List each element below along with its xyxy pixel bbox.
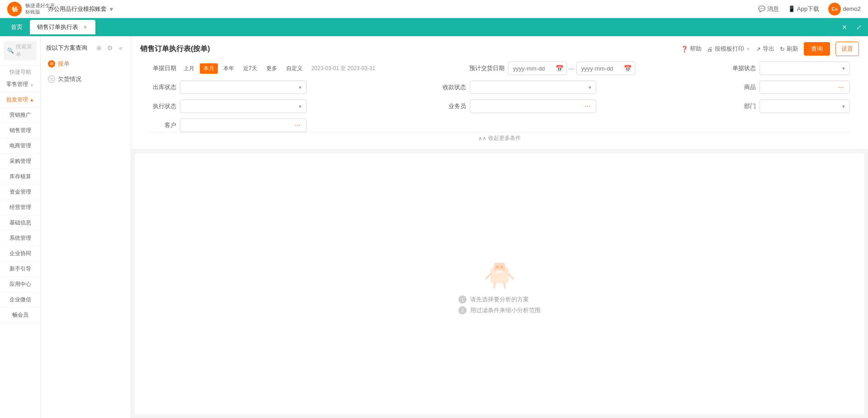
ship-status-select[interactable]: ▼ — [180, 81, 307, 94]
date-tab-last-month[interactable]: 上月 — [180, 63, 198, 74]
date-end-input[interactable] — [576, 62, 635, 75]
salesman-label: 业务员 — [439, 102, 466, 110]
sidebar-item-wholesale[interactable]: 批发管理 ▲ — [0, 92, 40, 107]
product-select[interactable]: ··· — [760, 81, 850, 94]
plan-item-按单[interactable]: 单 按单 — [41, 56, 131, 71]
tab-close-all-icon[interactable]: ✕ — [839, 22, 850, 33]
plan-item-欠货情况[interactable]: 欠 欠货情况 — [41, 71, 131, 87]
receive-status-select[interactable]: ▼ — [470, 81, 596, 94]
breadcrumb: 办公用品行业模拟账套 ▼ — [41, 0, 122, 18]
page-header: 销售订单执行表(按单) ❓ 帮助 🖨 按模板打印 ▼ — [131, 36, 868, 150]
collapse-panel-button[interactable]: « — [116, 43, 125, 52]
sidebar-item-inventory[interactable]: 库存核算 — [0, 169, 40, 185]
refresh-button[interactable]: ↻ 刷新 — [780, 45, 798, 53]
date-start-input[interactable] — [508, 62, 567, 75]
sidebar-item-enterprise[interactable]: 企业协同 — [0, 246, 40, 261]
exec-status-label: 执行状态 — [149, 102, 176, 110]
tab-close-icon[interactable]: ✕ — [82, 24, 88, 30]
tab-home[interactable]: 首页 — [4, 20, 30, 34]
customer-dots-icon[interactable]: ··· — [293, 121, 302, 129]
empty-hints: 1 请先选择要分析的方案 2 用过滤条件来缩小分析范围 — [458, 295, 541, 314]
date-end-wrap: 📅 — [576, 62, 635, 75]
refresh-icon: ↻ — [780, 46, 785, 52]
filter-group-salesman: 业务员 ··· — [439, 100, 596, 113]
header-right: 💬 消息 📱 App下载 Ea demo2 — [758, 3, 861, 15]
top-header: 畅 畅捷通好生意 标账版 办公用品行业模拟账套 ▼ 💬 消息 📱 App下载 E… — [0, 0, 868, 18]
date-range-text: 2023-03-01 至 2023-03-31 — [311, 65, 375, 72]
tab-sales-order[interactable]: 销售订单执行表 ✕ — [30, 20, 95, 34]
breadcrumb-dropdown[interactable]: ▼ — [108, 6, 114, 13]
sidebar: 🔍 搜索菜单 快捷导航 零售管理 ▲ 批发管理 ▲ 营销推广 销售管理 电商管理 — [0, 36, 41, 418]
salesman-select[interactable]: ··· — [470, 100, 596, 113]
exec-status-select[interactable]: ▼ — [180, 100, 307, 113]
message-button[interactable]: 💬 消息 — [758, 5, 779, 13]
product-dots-icon[interactable]: ··· — [836, 83, 846, 91]
sidebar-item-basic[interactable]: 基础信息 — [0, 215, 40, 231]
sidebar-item-finance[interactable]: 资金管理 — [0, 185, 40, 200]
content-area: 按以下方案查询 ⊕ ⚙ « 单 按单 — [41, 36, 868, 418]
date-start-wrap: 📅 — [508, 62, 567, 75]
main-layout: 🔍 搜索菜单 快捷导航 零售管理 ▲ 批发管理 ▲ 营销推广 销售管理 电商管理 — [0, 36, 868, 418]
date-tab-last7[interactable]: 近7天 — [240, 63, 261, 74]
quick-nav-label: 快捷导航 — [0, 66, 40, 77]
sidebar-item-wechat[interactable]: 企业微信 — [0, 292, 40, 308]
sidebar-item-guide[interactable]: 新手引导 — [0, 261, 40, 277]
template-print-button[interactable]: 🖨 按模板打印 ▼ — [707, 45, 750, 53]
customer-select[interactable]: ··· — [180, 119, 307, 132]
collapse-more-button[interactable]: ∧∧ 收起更多条件 — [149, 132, 850, 144]
date-tabs: 上月 本月 本年 近7天 更多 自定义 — [180, 63, 306, 74]
tab-bar: 首页 销售订单执行表 ✕ ✕ ⤢ — [0, 18, 868, 36]
left-panel-header: 按以下方案查询 ⊕ ⚙ « — [41, 40, 131, 56]
svg-point-4 — [496, 266, 499, 268]
hint-num-2: 2 — [458, 306, 467, 314]
left-panel-header-btns: ⊕ ⚙ « — [94, 43, 125, 52]
tab-expand-icon[interactable]: ⤢ — [854, 22, 864, 33]
svg-point-5 — [500, 266, 503, 268]
user-profile[interactable]: Ea demo2 — [828, 3, 861, 15]
filter-row-3: 执行状态 ▼ 业务员 · — [149, 100, 850, 113]
svg-line-7 — [486, 274, 491, 279]
date-tab-this-year[interactable]: 本年 — [220, 63, 238, 74]
sidebar-item-system[interactable]: 系统管理 — [0, 231, 40, 246]
sidebar-item-marketing[interactable]: 营销推广 — [0, 108, 40, 123]
help-button[interactable]: ❓ 帮助 — [681, 45, 702, 53]
filter-row-4: 客户 ··· — [149, 119, 850, 132]
sidebar-item-sales[interactable]: 销售管理 — [0, 123, 40, 138]
empty-hint-2: 2 用过滤条件来缩小分析范围 — [458, 306, 541, 314]
dept-select[interactable]: ▼ — [760, 100, 850, 113]
export-button[interactable]: ↗ 导出 — [756, 45, 774, 53]
chevron-down-icon-dept: ▼ — [841, 104, 846, 109]
page-actions: ❓ 帮助 🖨 按模板打印 ▼ ↗ 导出 — [681, 42, 859, 56]
date-tab-current-month[interactable]: 本月 — [200, 63, 218, 74]
app-logo: 畅 — [7, 2, 22, 16]
order-status-select[interactable]: ▼ — [760, 62, 850, 75]
chevron-down-icon-receive: ▼ — [588, 85, 592, 90]
app-download-button[interactable]: 📱 App下载 — [788, 5, 819, 13]
plus-icon: ⊕ — [96, 44, 102, 52]
inner-layout: 按以下方案查询 ⊕ ⚙ « 单 按单 — [41, 36, 868, 418]
search-menu-input[interactable]: 🔍 搜索菜单 — [4, 41, 37, 61]
sidebar-item-appstore[interactable]: 应用中心 — [0, 277, 40, 292]
sidebar-item-purchase[interactable]: 采购管理 — [0, 154, 40, 169]
receive-status-label: 收款状态 — [439, 83, 466, 91]
add-plan-button[interactable]: ⊕ — [94, 43, 104, 52]
sidebar-item-member[interactable]: 畅会员 — [0, 308, 40, 323]
hint-num-1: 1 — [458, 295, 467, 304]
sidebar-item-operation[interactable]: 经营管理 — [0, 200, 40, 215]
sidebar-item-ecommerce[interactable]: 电商管理 — [0, 138, 40, 154]
date-tab-custom[interactable]: 自定义 — [283, 63, 306, 74]
query-button[interactable]: 查询 — [804, 42, 830, 56]
product-label: 商品 — [729, 83, 756, 91]
sidebar-item-retail[interactable]: 零售管理 ▲ — [0, 77, 40, 92]
svg-text:畅: 畅 — [12, 6, 18, 13]
page-title-row: 销售订单执行表(按单) ❓ 帮助 🖨 按模板打印 ▼ — [140, 42, 859, 56]
settings-plan-button[interactable]: ⚙ — [105, 43, 114, 52]
chevron-down-icon-ship: ▼ — [298, 85, 302, 90]
filter-group-product: 商品 ··· — [729, 81, 850, 94]
filter-group-ship: 出库状态 ▼ — [149, 81, 307, 94]
date-tab-more[interactable]: 更多 — [263, 63, 281, 74]
settings-button[interactable]: 设置 — [835, 42, 859, 56]
salesman-dots-icon[interactable]: ··· — [583, 102, 592, 110]
chevron-down-icon-exec: ▼ — [298, 104, 302, 109]
filter-group-expected-date: 预计交货日期 📅 — 📅 — [469, 62, 635, 75]
